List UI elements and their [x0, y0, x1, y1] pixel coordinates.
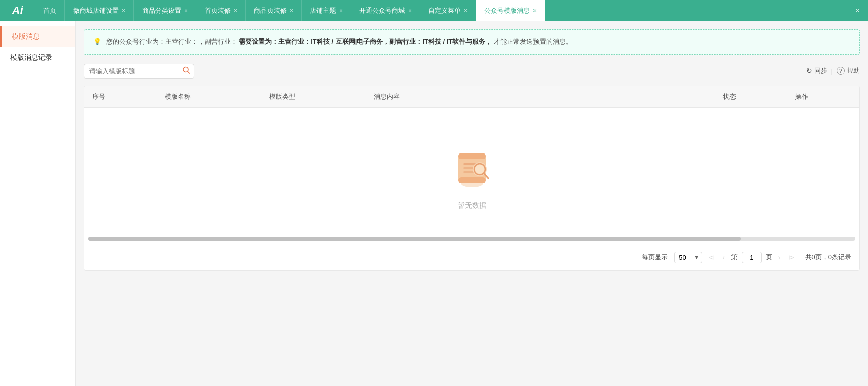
tab-home-decoration[interactable]: 首页装修 × — [196, 0, 246, 21]
close-template-msg[interactable]: × — [533, 7, 537, 14]
table-wrap: 序号 模版名称 模版类型 消息内容 状态 操作 — [84, 86, 860, 271]
col-type: 模版类型 — [261, 86, 366, 108]
empty-illustration — [444, 138, 500, 193]
tab-home-deco-label: 首页装修 — [205, 6, 231, 15]
close-open-mall[interactable]: × — [408, 7, 412, 14]
svg-rect-5 — [458, 177, 486, 183]
notice-prefix: 您的公众号行业为：主营行业：，副营行业： — [106, 38, 237, 45]
data-table: 序号 模版名称 模版类型 消息内容 状态 操作 — [84, 86, 859, 230]
toolbar-divider: | — [831, 67, 833, 75]
close-store-settings[interactable]: × — [122, 7, 125, 14]
tab-store-theme-label: 店铺主题 — [310, 6, 336, 15]
tab-home[interactable]: 首页 — [35, 0, 65, 21]
tab-category-settings[interactable]: 商品分类设置 × — [134, 0, 196, 21]
prev-page-btn[interactable]: ‹ — [720, 252, 727, 262]
scrollbar-track[interactable] — [88, 237, 855, 241]
col-content: 消息内容 — [366, 86, 715, 108]
sync-icon: ↻ — [806, 67, 812, 75]
tab-category-label: 商品分类设置 — [142, 6, 181, 15]
col-status: 状态 — [715, 86, 787, 108]
sidebar-item-template-msg-record[interactable]: 模版消息记录 — [0, 47, 75, 68]
page-size-select[interactable]: 50 10 20 100 — [674, 252, 702, 263]
empty-state: 暂无数据 — [84, 108, 859, 230]
page-size-label: 每页显示 — [642, 253, 668, 262]
last-page-btn[interactable]: ⊳ — [787, 252, 797, 262]
next-page-btn[interactable]: › — [776, 252, 783, 262]
help-button[interactable]: ? 帮助 — [837, 66, 860, 75]
empty-text: 暂无数据 — [458, 201, 486, 210]
close-product-decoration[interactable]: × — [290, 7, 293, 14]
sidebar-item-template-msg[interactable]: 模版消息 — [0, 26, 75, 47]
toolbar-right: ↻ 同步 | ? 帮助 — [806, 66, 860, 75]
pagination: 每页显示 50 10 20 100 ▼ ⊲ ‹ 第 页 › ⊳ 共0页 — [84, 247, 859, 270]
tab-store-theme[interactable]: 店铺主题 × — [302, 0, 351, 21]
svg-line-1 — [188, 72, 190, 74]
sidebar: 模版消息 模版消息记录 — [0, 21, 76, 386]
close-custom-menu[interactable]: × — [464, 7, 468, 14]
sidebar-item-record-label: 模版消息记录 — [10, 53, 52, 61]
tab-product-deco-label: 商品页装修 — [254, 6, 287, 15]
app-logo: Ai — [0, 0, 35, 21]
first-page-btn[interactable]: ⊲ — [706, 252, 716, 262]
tab-custom-menu[interactable]: 自定义菜单 × — [420, 0, 476, 21]
tab-open-mall[interactable]: 开通公众号商城 × — [351, 0, 420, 21]
content-area: 💡 您的公众号行业为：主营行业：，副营行业： 需要设置为：主营行业：IT科技 /… — [76, 21, 868, 386]
sync-button[interactable]: ↻ 同步 — [806, 66, 827, 75]
tab-product-decoration[interactable]: 商品页装修 × — [246, 0, 302, 21]
tab-home-label: 首页 — [43, 6, 56, 15]
tab-store-settings-label: 微商城店铺设置 — [73, 6, 119, 15]
close-category-settings[interactable]: × — [184, 7, 188, 14]
search-input-wrap — [84, 64, 194, 79]
notice-suffix: 才能正常发送预置的消息。 — [494, 38, 572, 45]
top-nav: Ai 首页 微商城店铺设置 × 商品分类设置 × 首页装修 × 商品页装修 × … — [0, 0, 868, 21]
page-label: 第 — [731, 253, 738, 262]
tab-store-settings[interactable]: 微商城店铺设置 × — [65, 0, 134, 21]
scrollbar-thumb[interactable] — [88, 237, 741, 241]
notice-box: 💡 您的公众号行业为：主营行业：，副营行业： 需要设置为：主营行业：IT科技 /… — [84, 29, 860, 55]
total-label: 共0页，0条记录 — [805, 253, 851, 262]
help-label: 帮助 — [847, 66, 860, 75]
col-name: 模版名称 — [157, 86, 261, 108]
tab-template-msg-label: 公众号模版消息 — [484, 6, 530, 15]
tab-open-mall-label: 开通公众号商城 — [359, 6, 405, 15]
tab-custom-menu-label: 自定义菜单 — [428, 6, 461, 15]
sidebar-item-template-msg-label: 模版消息 — [12, 32, 40, 40]
notice-highlight: 需要设置为：主营行业：IT科技 / 互联网|电子商务，副营行业：IT科技 / I… — [239, 38, 492, 45]
empty-row: 暂无数据 — [84, 107, 859, 230]
main-layout: 模版消息 模版消息记录 💡 您的公众号行业为：主营行业：，副营行业： 需要设置为… — [0, 21, 868, 386]
help-icon: ? — [837, 67, 845, 75]
svg-point-12 — [475, 165, 484, 174]
col-index: 序号 — [84, 86, 157, 108]
notice-icon: 💡 — [93, 38, 101, 45]
search-input[interactable] — [84, 64, 194, 79]
search-icon-btn[interactable] — [182, 66, 190, 76]
current-page-input[interactable] — [742, 252, 762, 263]
page-size-wrap: 50 10 20 100 ▼ — [674, 252, 702, 263]
svg-rect-4 — [458, 153, 486, 159]
sync-label: 同步 — [814, 66, 827, 75]
col-action: 操作 — [787, 86, 859, 108]
search-bar: ↻ 同步 | ? 帮助 — [84, 64, 860, 79]
page-suffix: 页 — [766, 253, 772, 262]
table-header-row: 序号 模版名称 模版类型 消息内容 状态 操作 — [84, 86, 859, 108]
horizontal-scrollbar[interactable] — [84, 230, 859, 247]
close-store-theme[interactable]: × — [339, 7, 343, 14]
tab-template-msg[interactable]: 公众号模版消息 × — [476, 0, 545, 21]
close-home-decoration[interactable]: × — [234, 7, 237, 14]
close-all-tabs[interactable]: × — [847, 6, 868, 15]
